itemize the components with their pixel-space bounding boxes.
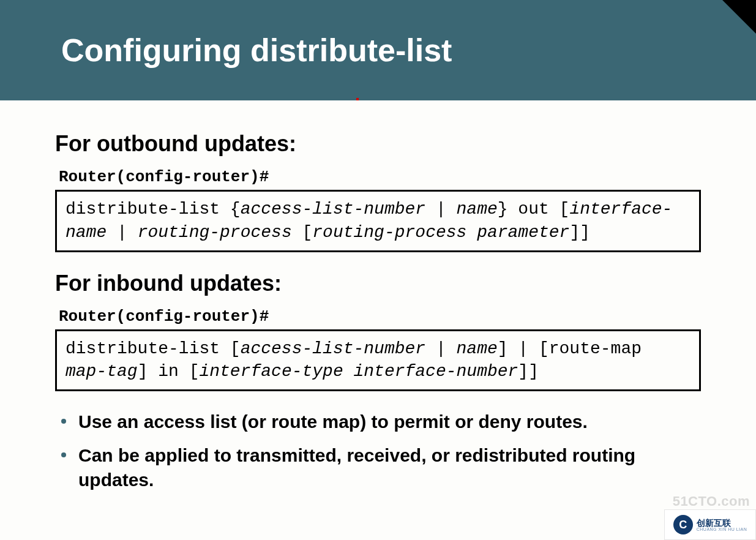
outbound-heading: For outbound updates: <box>55 131 701 157</box>
outbound-prompt: Router(config-router)# <box>59 168 701 186</box>
bullet-icon <box>61 419 66 424</box>
code-param: access-list-number <box>241 339 425 358</box>
inbound-heading: For inbound updates: <box>55 271 701 296</box>
code-param: access-list-number <box>241 200 425 219</box>
code-text: | <box>107 223 137 242</box>
code-text: ] in [ <box>138 362 200 381</box>
code-text: ]] <box>518 362 539 381</box>
bullet-list: Use an access list (or route map) to per… <box>55 410 701 493</box>
code-param: routing-process <box>138 223 292 242</box>
code-param: interface-type interface-number <box>199 362 518 381</box>
logo-letter: C <box>679 519 687 531</box>
code-param: routing-process parameter <box>312 223 569 242</box>
code-param: name <box>457 200 498 219</box>
code-param: map-tag <box>65 362 138 381</box>
watermark: 51CTO.com <box>673 493 750 509</box>
code-text: | <box>425 339 456 358</box>
logo-text: 创新互联 CHUANG XIN HU LIAN <box>697 519 747 531</box>
bullet-text: Use an access list (or route map) to per… <box>78 410 588 435</box>
logo-badge-icon: C <box>673 515 693 534</box>
list-item: Can be applied to transmitted, received,… <box>61 443 701 493</box>
inbound-prompt: Router(config-router)# <box>59 307 701 326</box>
logo-cn-text: 创新互联 <box>697 519 747 527</box>
code-param: name <box>457 339 498 358</box>
code-text: ] | [route-map <box>498 339 642 358</box>
corner-decoration <box>722 0 756 34</box>
bullet-icon <box>61 452 66 457</box>
code-text: ]] <box>569 223 590 242</box>
code-text: [ <box>292 223 313 242</box>
slide-header: Configuring distribute-list <box>0 0 756 100</box>
bullet-text: Can be applied to transmitted, received,… <box>78 443 701 493</box>
code-text: distribute-list [ <box>65 339 241 358</box>
red-dot-marker <box>356 98 359 100</box>
brand-logo: C 创新互联 CHUANG XIN HU LIAN <box>664 509 756 540</box>
code-text: } out [ <box>498 200 570 219</box>
code-text: distribute-list { <box>65 200 241 219</box>
inbound-code-box: distribute-list [access-list-number | na… <box>55 329 701 392</box>
code-text: | <box>425 200 456 219</box>
outbound-code-box: distribute-list {access-list-number | na… <box>55 190 701 252</box>
logo-en-text: CHUANG XIN HU LIAN <box>697 527 747 531</box>
slide-content: For outbound updates: Router(config-rout… <box>0 100 756 493</box>
slide-title: Configuring distribute-list <box>61 32 452 69</box>
list-item: Use an access list (or route map) to per… <box>61 410 701 435</box>
